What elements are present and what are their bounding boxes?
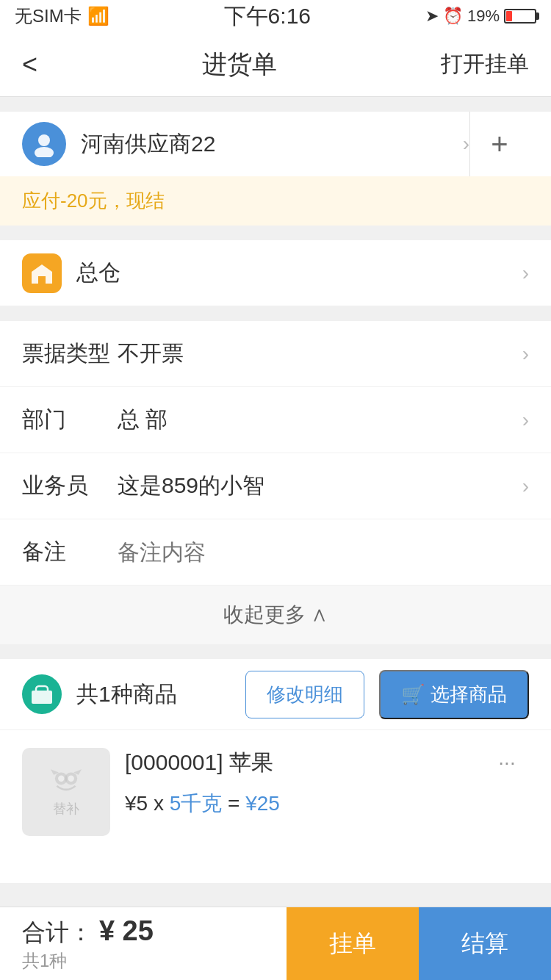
product-total-price: ¥25 xyxy=(245,792,280,815)
total-count: 共1种 xyxy=(22,949,264,973)
select-product-icon: 🛒 xyxy=(401,683,425,706)
back-button[interactable]: < xyxy=(22,49,37,80)
supplier-avatar xyxy=(22,122,66,166)
invoice-type-label: 票据类型 xyxy=(22,339,118,369)
product-count-text: 共1种商品 xyxy=(76,680,231,710)
edit-detail-button[interactable]: 修改明细 xyxy=(245,671,364,718)
product-count-icon xyxy=(22,674,62,714)
warehouse-row[interactable]: 总仓 › xyxy=(0,240,551,306)
gap-4 xyxy=(0,644,551,659)
svg-point-6 xyxy=(58,776,64,782)
remark-row[interactable]: 备注 xyxy=(0,519,551,586)
product-title: 苹果 xyxy=(229,750,273,774)
product-unit-price: ¥5 x xyxy=(125,792,170,815)
salesperson-chevron-icon: › xyxy=(522,475,529,498)
status-bar: 无SIM卡 📶 下午6:16 ➤ ⏰ 19% xyxy=(0,0,551,32)
total-label: 合计： xyxy=(22,919,93,945)
warehouse-icon xyxy=(22,253,62,293)
product-equals: = xyxy=(228,792,245,815)
supplier-row[interactable]: 河南供应商22 › xyxy=(22,112,470,176)
svg-point-7 xyxy=(68,776,74,782)
product-thumb-inner: 替补 xyxy=(37,766,96,818)
nav-bar: < 进货单 打开挂单 xyxy=(0,32,551,97)
battery-icon xyxy=(504,9,536,24)
svg-point-0 xyxy=(38,134,50,146)
invoice-type-value: 不开票 xyxy=(118,339,522,369)
bottom-bar: 合计： ¥ 25 共1种 挂单 结算 xyxy=(0,907,551,980)
svg-rect-2 xyxy=(38,276,46,284)
total-value: ¥ 25 xyxy=(99,915,154,946)
collapse-button[interactable]: 收起更多 ∧ xyxy=(0,586,551,644)
status-time: 下午6:16 xyxy=(224,1,311,32)
status-right: ➤ ⏰ 19% xyxy=(425,7,536,26)
product-thumbnail: 替补 xyxy=(22,748,110,836)
supplier-section: 河南供应商22 › + xyxy=(0,112,551,176)
chevron-right-icon: › xyxy=(463,132,469,156)
product-price-row: ¥5 x 5千克 = ¥25 xyxy=(125,790,470,818)
select-product-button[interactable]: 🛒 选择商品 xyxy=(379,670,529,719)
gap-1 xyxy=(0,97,551,112)
department-chevron-icon: › xyxy=(522,408,529,432)
warehouse-name: 总仓 xyxy=(76,258,508,288)
product-more-button[interactable]: ··· xyxy=(485,748,529,836)
department-label: 部门 xyxy=(22,405,118,435)
select-product-label: 选择商品 xyxy=(431,682,507,707)
checkout-button[interactable]: 结算 xyxy=(419,907,551,981)
alarm-icon: ⏰ xyxy=(443,7,463,26)
battery-percent: 19% xyxy=(467,7,500,26)
remark-label: 备注 xyxy=(22,537,118,567)
remark-input[interactable] xyxy=(118,540,529,565)
collapse-label: 收起更多 ∧ xyxy=(223,601,328,629)
supplier-notice: 应付-20元，现结 xyxy=(0,176,551,226)
invoice-type-chevron-icon: › xyxy=(522,342,529,366)
watermark-text: 替补 xyxy=(53,800,79,818)
status-left: 无SIM卡 📶 xyxy=(15,4,109,28)
salesperson-label: 业务员 xyxy=(22,471,118,501)
wifi-icon: 📶 xyxy=(87,6,109,26)
product-code: [0000001] xyxy=(125,750,229,774)
product-item: 替补 [0000001] 苹果 ¥5 x 5千克 = ¥25 ··· xyxy=(0,729,551,854)
products-header: 共1种商品 修改明细 🛒 选择商品 xyxy=(0,659,551,729)
bottom-spacer xyxy=(0,854,551,883)
product-qty: 5千克 xyxy=(170,792,223,815)
supplier-name: 河南供应商22 xyxy=(81,129,448,159)
invoice-type-row[interactable]: 票据类型 不开票 › xyxy=(0,321,551,387)
carrier-label: 无SIM卡 xyxy=(15,4,82,28)
bottom-total: 合计： ¥ 25 共1种 xyxy=(0,915,287,973)
product-info: [0000001] 苹果 ¥5 x 5千克 = ¥25 xyxy=(125,748,470,836)
salesperson-value: 这是859的小智 xyxy=(118,471,522,501)
add-supplier-button[interactable]: + xyxy=(470,112,529,176)
svg-rect-3 xyxy=(32,691,52,704)
gap-3 xyxy=(0,306,551,321)
location-icon: ➤ xyxy=(425,7,439,26)
total-amount: 合计： ¥ 25 xyxy=(22,915,264,949)
page-title: 进货单 xyxy=(202,48,277,82)
warehouse-chevron-icon: › xyxy=(522,262,529,285)
department-value: 总 部 xyxy=(118,405,522,435)
open-pending-button[interactable]: 打开挂单 xyxy=(441,49,529,79)
svg-point-1 xyxy=(35,147,54,157)
hang-button[interactable]: 挂单 xyxy=(287,907,419,981)
product-name: [0000001] 苹果 xyxy=(125,748,470,778)
gap-2 xyxy=(0,226,551,240)
department-row[interactable]: 部门 总 部 › xyxy=(0,387,551,453)
salesperson-row[interactable]: 业务员 这是859的小智 › xyxy=(0,453,551,519)
